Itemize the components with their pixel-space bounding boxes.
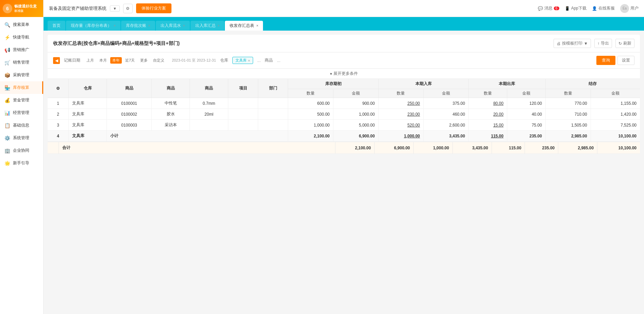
sales-icon: 🛒 [4, 60, 10, 65]
query-btn[interactable]: 查询 [596, 56, 615, 65]
footer-table: 合计 2,100.00 6,900.00 1,000.00 3,435.00 1… [48, 142, 640, 154]
date-range-display: 2023-01-01 至 2023-12-31 [172, 58, 216, 63]
tab-in-out-summary[interactable]: 出入库汇总× [191, 21, 225, 31]
sidebar-item-finance[interactable]: 💰资金管理 [0, 94, 43, 106]
date-7days-btn[interactable]: 近7天 [123, 57, 137, 64]
sidebar-item-operations[interactable]: 📊经营管理 [0, 106, 43, 119]
expand-conditions-btn[interactable]: ▾ 展开更多条件 [330, 71, 358, 77]
topbar-right: 💬 消息 6 📱 App下载 👤 在线客服 Ea 用户 [538, 4, 639, 13]
th-settings[interactable]: ⚙ [48, 79, 69, 98]
chevron-down-icon: ▼ [584, 41, 588, 46]
settings-icon[interactable]: ⚙ [123, 4, 133, 13]
sidebar-item-marketing[interactable]: 📢营销推广 [0, 44, 43, 56]
online-service-btn[interactable]: 👤 在线客服 [592, 5, 615, 11]
message-btn[interactable]: 💬 消息 6 [538, 5, 559, 11]
row-name: 采访本 [152, 120, 190, 131]
filter-bar: ◀ 记账日期 上月 本月 本年 近7天 更多 自定义 2023-01-01 至 … [48, 52, 640, 69]
th-product-name: 商品 [152, 79, 190, 98]
sidebar-item-new-guide[interactable]: 🌟新手引导 [0, 157, 43, 169]
refresh-icon: ↻ [618, 41, 622, 46]
row-warehouse: 文具库 [69, 109, 107, 120]
download-icon: 📱 [565, 6, 570, 11]
row-out-qty[interactable]: 115.00 [468, 131, 507, 142]
sidebar-item-basic-info[interactable]: 📋基础信息 [0, 119, 43, 132]
finance-icon: 💰 [4, 98, 10, 103]
row-no: 2 [48, 109, 69, 120]
sidebar-item-sales[interactable]: 🛒销售管理 [0, 56, 43, 69]
page-title: 收发存汇总表(按仓库+商品编码+商品+规格型号+项目+部门) [53, 40, 180, 47]
row-no: 4 [48, 131, 69, 142]
app-download-btn[interactable]: 📱 App下载 [565, 5, 587, 11]
sidebar-logo: 6 畅捷通好生意 标准版 [0, 0, 43, 17]
print-template-btn[interactable]: 🖨 按模板打印 ▼ [554, 39, 591, 48]
topbar: 装备及固定资产辅助管理系统 ▼ ⚙ 体验行业方案 💬 消息 6 📱 App下载 … [44, 0, 644, 17]
refresh-btn[interactable]: ↻ 刷新 [615, 39, 634, 48]
tab-in-out-flow[interactable]: 出入库流水× [156, 21, 190, 31]
tab-receive-send-summary[interactable]: 收发存汇总表× [225, 21, 263, 31]
tab-batch-ledger[interactable]: 库存批次账× [121, 21, 155, 31]
goods-more[interactable]: ... [277, 58, 280, 63]
filter-toggle-btn[interactable]: ◀ [53, 57, 60, 64]
sidebar-item-enterprise[interactable]: 🏢企业协同 [0, 144, 43, 157]
th-in-amt: 金额 [424, 89, 469, 98]
row-init-qty: 1,000.00 [288, 120, 333, 131]
logo-name: 畅捷通好生意 [14, 4, 37, 9]
tab-close-in-out-flow[interactable]: × [183, 24, 185, 28]
date-this-year-btn[interactable]: 本年 [110, 57, 122, 64]
row-dept [258, 98, 288, 109]
export-btn[interactable]: ↑ 导出 [594, 39, 612, 48]
page-header: 收发存汇总表(按仓库+商品编码+商品+规格型号+项目+部门) 🖨 按模板打印 ▼… [48, 35, 640, 52]
row-in-qty[interactable]: 1,000.00 [378, 131, 424, 142]
warehouse-tag-close[interactable]: × [248, 59, 250, 63]
warehouse-tag[interactable]: 文具库 × [232, 57, 253, 64]
tab-close-batch-ledger[interactable]: × [148, 24, 150, 28]
footer-out-amt: 235.00 [525, 142, 558, 154]
row-project [228, 98, 258, 109]
row-out-qty[interactable]: 15.00 [468, 120, 507, 131]
tab-close-inventory-dist[interactable]: × [114, 24, 116, 28]
row-in-qty[interactable]: 520.00 [378, 120, 424, 131]
row-out-qty[interactable]: 20.00 [468, 109, 507, 120]
footer-in-amt: 3,435.00 [452, 142, 492, 154]
row-in-qty[interactable]: 250.00 [378, 98, 424, 109]
sidebar-item-quick-nav[interactable]: ⚡快捷导航 [0, 31, 43, 44]
th-period-in: 本期入库 [378, 79, 468, 89]
date-custom-btn[interactable]: 自定义 [151, 57, 166, 64]
th-init-amt: 金额 [333, 89, 379, 98]
tab-inventory-dist[interactable]: 现存量（库存分布表）× [66, 21, 120, 31]
sidebar-item-search[interactable]: 🔍搜索菜单 [0, 18, 43, 31]
tab-close-receive-send-summary[interactable]: × [256, 24, 258, 28]
tab-label-inventory-dist: 现存量（库存分布表） [71, 23, 112, 29]
try-button[interactable]: 体验行业方案 [136, 3, 171, 13]
row-in-amt: 2,600.00 [424, 120, 469, 131]
system-dropdown[interactable]: ▼ [110, 5, 120, 12]
settings-filter-btn[interactable]: 设置 [617, 56, 634, 65]
user-btn[interactable]: Ea 用户 [620, 4, 639, 13]
tab-close-in-out-summary[interactable]: × [218, 24, 220, 28]
row-out-qty[interactable]: 80.00 [468, 98, 507, 109]
th-in-qty: 数量 [378, 89, 424, 98]
sidebar: 6 畅捷通好生意 标准版 🔍搜索菜单⚡快捷导航📢营销推广🛒销售管理📦采购管理🏪库… [0, 0, 44, 314]
warehouse-more[interactable]: ... [257, 58, 261, 63]
th-product-spec: 商品 [190, 79, 228, 98]
sidebar-item-purchase[interactable]: 📦采购管理 [0, 69, 43, 81]
sidebar-item-inventory[interactable]: 🏪库存核算 [0, 81, 43, 94]
row-warehouse: 文具库 [69, 131, 107, 142]
date-this-month-btn[interactable]: 本月 [97, 57, 109, 64]
footer-total-row: 合计 2,100.00 6,900.00 1,000.00 3,435.00 1… [48, 142, 640, 154]
logo-icon: 6 [3, 4, 12, 13]
row-bal-qty: 770.00 [545, 98, 591, 109]
logo-sub: 标准版 [14, 9, 37, 13]
footer-init-qty: 2,100.00 [335, 142, 375, 154]
tab-home[interactable]: 首页 [48, 21, 65, 31]
tab-label-home: 首页 [52, 23, 61, 29]
row-out-amt: 120.00 [507, 98, 545, 109]
row-in-qty[interactable]: 230.00 [378, 109, 424, 120]
sidebar-label-new-guide: 新手引导 [13, 160, 29, 166]
message-icon: 💬 [538, 6, 543, 11]
date-prev-month-btn[interactable]: 上月 [84, 57, 96, 64]
sidebar-item-system[interactable]: ⚙️系统管理 [0, 132, 43, 144]
date-more-btn[interactable]: 更多 [138, 57, 150, 64]
sidebar-nav: 🔍搜索菜单⚡快捷导航📢营销推广🛒销售管理📦采购管理🏪库存核算💰资金管理📊经营管理… [0, 17, 43, 314]
tab-label-in-out-flow: 出入库流水 [161, 23, 181, 29]
